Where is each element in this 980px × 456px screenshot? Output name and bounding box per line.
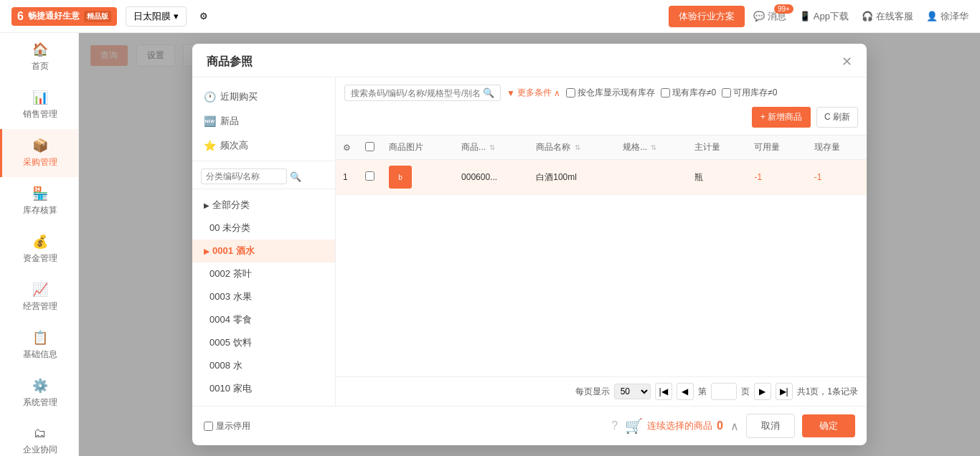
toolbar: 🔍 ▼ 更多条件 ∧ 按仓库显示现有库存 (336, 77, 867, 136)
chevron-up-icon: ∧ (554, 88, 560, 98)
cancel-button[interactable]: 取消 (746, 414, 795, 438)
cell-available: -1 (747, 160, 806, 195)
category-0010[interactable]: 0010 家电 (192, 377, 335, 399)
select-all-checkbox[interactable] (365, 142, 374, 151)
trial-button[interactable]: 体验行业方案 (669, 6, 745, 27)
col-spec: 规格... ⇅ (616, 136, 687, 160)
pagination: 每页显示 50 20 100 |◀ ◀ 第 1 页 ▶ (336, 376, 867, 406)
cell-stock: -1 (807, 160, 867, 195)
star-icon: ⭐ (204, 140, 216, 151)
sidebar-item-home[interactable]: 🏠 首页 (0, 33, 78, 81)
app-logo: 6 畅捷通好生意 精品版 (11, 7, 117, 26)
service-item[interactable]: 🎧 在线客服 (862, 10, 913, 23)
search-icon[interactable]: 🔍 (483, 87, 494, 98)
modal-header: 商品参照 ✕ (192, 44, 867, 77)
confirm-button[interactable]: 确定 (802, 414, 855, 437)
left-nav-frequent[interactable]: ⭐ 频次高 (192, 133, 335, 158)
settings-icon[interactable]: ⚙ (195, 8, 212, 25)
sort-code-icon[interactable]: ⇅ (489, 143, 495, 151)
sidebar-item-system[interactable]: ⚙️ 系统管理 (0, 369, 78, 417)
product-thumbnail: b (389, 166, 412, 189)
left-nav-recent[interactable]: 🕐 近期购买 (192, 85, 335, 109)
cell-index: 1 (336, 160, 358, 195)
sort-spec-icon[interactable]: ⇅ (651, 143, 656, 151)
table-area: ⚙ 商品图片 商品... ⇅ (336, 136, 867, 376)
col-code: 商品... ⇅ (454, 136, 529, 160)
sort-name-icon[interactable]: ⇅ (575, 143, 580, 151)
phone-icon: 📱 (799, 11, 811, 22)
filter-button[interactable]: ▼ 更多条件 ∧ (507, 87, 560, 99)
topbar-icons: 💬 消息 99+ 📱 App下载 🎧 在线客服 👤 徐泽华 (753, 10, 969, 23)
category-0001[interactable]: ▶ 0001 酒水 (192, 239, 335, 262)
refresh-button[interactable]: C 刷新 (816, 107, 858, 128)
purchase-icon: 📦 (32, 138, 48, 153)
current-stock-checkbox-label[interactable]: 现有库存≠0 (661, 87, 716, 99)
collapse-icon[interactable]: ∧ (730, 419, 739, 433)
prev-page-button[interactable]: ◀ (677, 383, 694, 400)
warehouse-checkbox[interactable] (566, 88, 575, 98)
sidebar-item-sales[interactable]: 📊 销售管理 (0, 81, 78, 129)
add-product-button[interactable]: + 新增商品 (752, 107, 811, 128)
category-0002[interactable]: 0002 茶叶 (192, 262, 335, 285)
first-page-button[interactable]: |◀ (655, 383, 672, 400)
system-icon: ⚙️ (32, 378, 48, 394)
sidebar-item-operations[interactable]: 📈 经营管理 (0, 273, 78, 321)
modal-title: 商品参照 (207, 54, 253, 70)
show-disabled-checkbox[interactable] (204, 422, 213, 431)
category-search-area: 🔍 (192, 164, 335, 189)
row-checkbox[interactable] (365, 171, 374, 181)
page-number-input[interactable]: 1 (711, 383, 737, 400)
category-0008[interactable]: 0008 水 (192, 354, 335, 377)
cell-checkbox[interactable] (358, 160, 382, 195)
available-stock-checkbox-label[interactable]: 可用库存≠0 (722, 87, 777, 99)
table-row[interactable]: 1 b 000600... 白酒100ml (336, 160, 867, 195)
app-download-item[interactable]: 📱 App下载 (799, 10, 849, 23)
last-page-button[interactable]: ▶| (776, 383, 793, 400)
sidebar-item-basic-info[interactable]: 📋 基础信息 (0, 321, 78, 369)
warehouse-checkbox-label[interactable]: 按仓库显示现有库存 (566, 87, 655, 99)
col-unit: 主计量 (687, 136, 747, 160)
user-avatar[interactable]: 👤 徐泽华 (926, 10, 969, 23)
sidebar-item-inventory[interactable]: 🏪 库存核算 (0, 177, 78, 225)
right-panel: 🔍 ▼ 更多条件 ∧ 按仓库显示现有库存 (336, 77, 867, 406)
category-00[interactable]: 00 未分类 (192, 217, 335, 239)
col-settings-icon[interactable]: ⚙ (343, 143, 351, 153)
logo-text: 畅捷通好生意 (28, 10, 80, 22)
category-0003[interactable]: 0003 水果 (192, 285, 335, 308)
toolbar-right: + 新增商品 C 刷新 (752, 107, 858, 128)
available-stock-checkbox[interactable] (722, 88, 731, 98)
col-checkbox (358, 136, 382, 160)
left-panel: 🕐 近期购买 🆕 新品 ⭐ 频次高 (192, 77, 336, 406)
current-stock-checkbox[interactable] (661, 88, 670, 98)
sidebar-item-purchase[interactable]: 📦 采购管理 (0, 129, 78, 177)
help-icon[interactable]: ? (611, 419, 618, 432)
branch-selector[interactable]: 日太阳膜 ▾ (126, 6, 187, 27)
modal-overlay: 商品参照 ✕ 🕐 近期购买 🆕 (79, 33, 980, 456)
per-page-select[interactable]: 50 20 100 (614, 384, 651, 399)
next-page-button[interactable]: ▶ (754, 383, 771, 400)
messages-icon-item[interactable]: 💬 消息 99+ (753, 10, 786, 23)
cell-name: 白酒100ml (529, 160, 616, 195)
cart-area[interactable]: 🛒 连续选择的商品 0 (625, 417, 723, 434)
sidebar-item-finance[interactable]: 💰 资金管理 (0, 225, 78, 273)
category-0005[interactable]: 0005 饮料 (192, 331, 335, 354)
category-list: ▶ 全部分类 00 未分类 ▶ 0001 酒水 0002 茶叶 0003 水果 (192, 189, 335, 399)
operations-icon: 📈 (32, 282, 48, 298)
category-0004[interactable]: 0004 零食 (192, 308, 335, 331)
product-table: ⚙ 商品图片 商品... ⇅ (336, 136, 867, 195)
chevron-down-icon: ▾ (174, 11, 179, 22)
category-search-input[interactable] (201, 168, 287, 184)
modal-body: 🕐 近期购买 🆕 新品 ⭐ 频次高 (192, 77, 867, 406)
category-search-icon[interactable]: 🔍 (290, 171, 301, 182)
sidebar-item-collab[interactable]: 🗂 企业协同 (0, 417, 78, 456)
col-settings[interactable]: ⚙ (336, 136, 358, 160)
col-image: 商品图片 (382, 136, 454, 160)
left-nav-new[interactable]: 🆕 新品 (192, 109, 335, 133)
show-disabled-label[interactable]: 显示停用 (204, 420, 250, 432)
category-all[interactable]: ▶ 全部分类 (192, 194, 335, 217)
finance-icon: 💰 (32, 234, 48, 250)
search-input-wrap: 🔍 (344, 85, 501, 101)
modal-close-button[interactable]: ✕ (842, 54, 852, 70)
collab-icon: 🗂 (34, 426, 47, 441)
product-search-input[interactable] (351, 88, 480, 98)
